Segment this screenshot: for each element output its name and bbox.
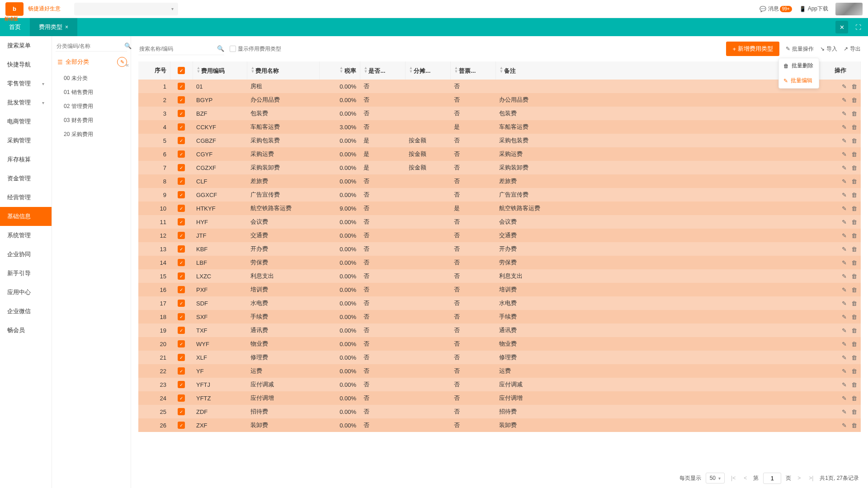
col-remark[interactable]: ▲▼备注 (495, 61, 820, 80)
add-expense-type-button[interactable]: + 新增费用类型 (726, 42, 779, 56)
table-row[interactable]: 6✓CGYF采购运费0.00%是按金额否采购运费✎🗑 (138, 147, 861, 161)
checkbox-checked-icon[interactable]: ✓ (178, 191, 185, 198)
sidebar-item-14[interactable]: 企业微信 (0, 302, 52, 321)
sidebar-item-0[interactable]: 搜索菜单 (0, 36, 52, 55)
row-edit-button[interactable]: ✎ (842, 178, 847, 185)
row-delete-button[interactable]: 🗑 (851, 124, 857, 131)
row-edit-button[interactable]: ✎ (842, 381, 847, 388)
sidebar-item-10[interactable]: 系统管理 (0, 226, 52, 245)
row-edit-button[interactable]: ✎ (842, 395, 847, 402)
sidebar-item-4[interactable]: 电商管理 (0, 112, 52, 131)
checkbox-checked-icon[interactable]: ✓ (178, 367, 185, 375)
checkbox-checked-icon[interactable]: ✓ (178, 137, 185, 144)
row-edit-button[interactable]: ✎ (842, 246, 847, 253)
col-rate[interactable]: ▲▼税率 (319, 61, 360, 80)
row-delete-button[interactable]: 🗑 (851, 381, 857, 388)
table-row[interactable]: 16✓PXF培训费0.00%否否培训费✎🗑 (138, 283, 861, 296)
col-code[interactable]: ▲▼费用编码 (193, 61, 247, 80)
row-edit-button[interactable]: ✎ (842, 151, 847, 158)
sidebar-item-5[interactable]: 采购管理 (0, 131, 52, 150)
row-edit-button[interactable]: ✎ (842, 164, 847, 171)
per-page-select[interactable]: 50 ▾ (706, 473, 725, 483)
collapse-panel-button[interactable]: « (126, 61, 129, 68)
row-delete-button[interactable]: 🗑 (851, 97, 857, 103)
batch-edit-item[interactable]: ✎ 批量编辑 (779, 73, 819, 88)
checkbox-checked-icon[interactable]: ✓ (178, 381, 185, 388)
checkbox-checked-icon[interactable]: ✓ (178, 178, 185, 185)
checkbox-checked-icon[interactable]: ✓ (178, 123, 185, 131)
table-row[interactable]: 14✓LBF劳保费0.00%否否劳保费✎🗑 (138, 256, 861, 269)
tab-close-icon[interactable]: × (65, 18, 68, 36)
row-edit-button[interactable]: ✎ (842, 341, 847, 347)
row-edit-button[interactable]: ✎ (842, 368, 847, 375)
tab-1[interactable]: 费用类型× (30, 18, 77, 36)
app-download-button[interactable]: 📱 App下载 (799, 5, 828, 13)
sidebar-item-1[interactable]: 快捷导航 (0, 55, 52, 74)
checkbox-checked-icon[interactable]: ✓ (178, 164, 185, 171)
row-delete-button[interactable]: 🗑 (851, 192, 857, 198)
tabbar-close-button[interactable]: ✕ (835, 21, 848, 33)
category-item-0[interactable]: 00 未分类 (56, 71, 127, 85)
table-row[interactable]: 21✓XLF修理费0.00%否否修理费✎🗑 (138, 351, 861, 364)
sidebar-item-9[interactable]: 基础信息 (0, 207, 52, 226)
table-row[interactable]: 25✓ZDF招待费0.00%否否招待费✎🗑 (138, 405, 861, 418)
sidebar-item-7[interactable]: 资金管理 (0, 169, 52, 188)
table-row[interactable]: 1✓01房租0.00%否否✎🗑 (138, 80, 861, 93)
row-delete-button[interactable]: 🗑 (851, 151, 857, 158)
sidebar-item-6[interactable]: 库存核算 (0, 150, 52, 169)
category-item-1[interactable]: 01 销售费用 (56, 85, 127, 99)
row-delete-button[interactable]: 🗑 (851, 286, 857, 293)
checkbox-checked-icon[interactable]: ✓ (178, 259, 185, 266)
checkbox-checked-icon[interactable]: ✓ (178, 327, 185, 334)
table-row[interactable]: 22✓YF运费0.00%否否运费✎🗑 (138, 364, 861, 378)
checkbox-checked-icon[interactable]: ✓ (178, 205, 185, 212)
row-delete-button[interactable]: 🗑 (851, 219, 857, 225)
page-input[interactable] (763, 473, 781, 484)
row-delete-button[interactable]: 🗑 (851, 178, 857, 185)
table-row[interactable]: 5✓CGBZF采购包装费0.00%是按金额否采购包装费✎🗑 (138, 134, 861, 147)
checkbox-checked-icon[interactable]: ✓ (178, 408, 185, 415)
row-edit-button[interactable]: ✎ (842, 354, 847, 361)
table-row[interactable]: 26✓ZXF装卸费0.00%否否装卸费✎🗑 (138, 418, 861, 432)
checkbox-checked-icon[interactable]: ✓ (178, 218, 185, 225)
row-edit-button[interactable]: ✎ (842, 300, 847, 307)
checkbox-checked-icon[interactable]: ✓ (178, 150, 185, 158)
row-delete-button[interactable]: 🗑 (851, 354, 857, 361)
batch-operations-button[interactable]: ✎ 批量操作 (786, 45, 814, 53)
row-delete-button[interactable]: 🗑 (851, 395, 857, 402)
row-delete-button[interactable]: 🗑 (851, 327, 857, 334)
row-delete-button[interactable]: 🗑 (851, 422, 857, 429)
category-search[interactable]: 🔍 (56, 41, 127, 52)
checkbox-checked-icon[interactable]: ✓ (178, 354, 185, 361)
sidebar-item-8[interactable]: 经营管理 (0, 188, 52, 207)
table-row[interactable]: 9✓GGXCF广告宣传费0.00%否否广告宣传费✎🗑 (138, 188, 861, 202)
row-edit-button[interactable]: ✎ (842, 286, 847, 293)
checkbox-checked-icon[interactable]: ✓ (178, 110, 185, 117)
category-item-4[interactable]: 20 采购费用 (56, 127, 127, 141)
row-delete-button[interactable]: 🗑 (851, 83, 857, 90)
table-row[interactable]: 20✓WYF物业费0.00%否否物业费✎🗑 (138, 337, 861, 351)
row-edit-button[interactable]: ✎ (842, 124, 847, 131)
row-edit-button[interactable]: ✎ (842, 110, 847, 117)
checkbox-checked-icon[interactable]: ✓ (178, 96, 185, 103)
last-page-button[interactable]: >| (807, 475, 815, 481)
next-page-button[interactable]: > (796, 475, 802, 481)
row-edit-button[interactable]: ✎ (842, 408, 847, 415)
row-edit-button[interactable]: ✎ (842, 232, 847, 239)
row-delete-button[interactable]: 🗑 (851, 273, 857, 280)
sidebar-item-2[interactable]: 零售管理▾ (0, 74, 52, 93)
row-edit-button[interactable]: ✎ (842, 97, 847, 103)
checkbox-checked-icon[interactable]: ✓ (178, 394, 185, 402)
table-row[interactable]: 2✓BGYP办公用品费0.00%否否办公用品费✎🗑 (138, 93, 861, 107)
table-row[interactable]: 23✓YFTJ应付调减0.00%否否应付调减✎🗑 (138, 378, 861, 391)
row-edit-button[interactable]: ✎ (842, 83, 847, 90)
table-row[interactable]: 10✓HTKYF航空铁路客运费9.00%否是航空铁路客运费✎🗑 (138, 202, 861, 215)
row-delete-button[interactable]: 🗑 (851, 300, 857, 307)
table-row[interactable]: 17✓SDF水电费0.00%否否水电费✎🗑 (138, 296, 861, 310)
avatar[interactable] (835, 3, 863, 15)
col-yn[interactable]: ▲▼是否... (360, 61, 405, 80)
checkbox-checked-icon[interactable]: ✓ (178, 83, 185, 90)
table-row[interactable]: 12✓JTF交通费0.00%否否交通费✎🗑 (138, 229, 861, 242)
messages-button[interactable]: 💬 消息 99+ (760, 5, 792, 13)
table-row[interactable]: 19✓TXF通讯费0.00%否否通讯费✎🗑 (138, 324, 861, 337)
